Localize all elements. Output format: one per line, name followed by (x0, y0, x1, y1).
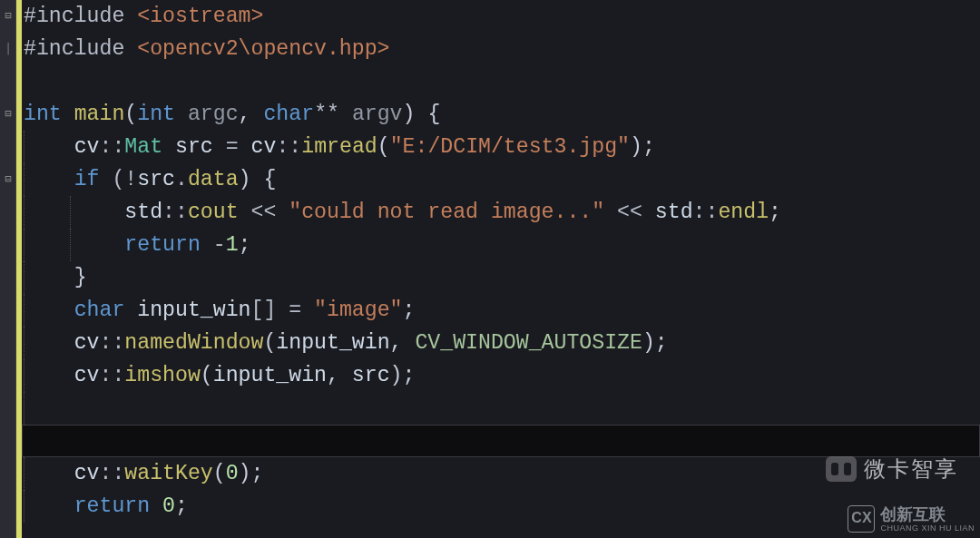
code-token: ( (263, 331, 276, 355)
code-token (150, 494, 162, 518)
cx-logo: CX (848, 505, 875, 533)
code-token: . (175, 168, 188, 191)
code-token: ( (201, 364, 213, 387)
fold-gutter[interactable]: ⊟│⊟⊟ (0, 0, 16, 538)
code-token: input_win (137, 298, 250, 322)
code-token: imshow (124, 364, 201, 387)
code-token: 0 (162, 494, 175, 518)
fold-toggle[interactable]: │ (3, 44, 14, 54)
code-line[interactable]: #include <opencv2\opencv.hpp> (22, 33, 980, 65)
code-token: char (74, 298, 125, 322)
code-line[interactable]: if (!src.data) { (22, 163, 980, 196)
code-token: :: (100, 364, 125, 387)
code-token: ( (213, 462, 226, 485)
code-token: cout (188, 201, 239, 224)
code-token: ; (175, 494, 188, 518)
code-token: ); (630, 135, 655, 159)
code-token: :: (100, 462, 125, 485)
code-token: 1 (226, 233, 239, 257)
code-token: Mat (124, 135, 162, 159)
code-token: std (124, 201, 162, 224)
code-token: input_win (276, 331, 389, 355)
code-token: waitKey (124, 462, 212, 485)
cx-watermark-sub: CHUANG XIN HU LIAN (880, 524, 975, 533)
code-token: endl (718, 201, 769, 224)
code-token: ( (377, 135, 390, 159)
code-token: 0 (226, 462, 239, 485)
code-line[interactable]: cv::Mat src = cv::imread("E:/DCIM/test3.… (22, 131, 980, 163)
code-token: int (137, 103, 175, 126)
code-token: [] = (251, 298, 315, 322)
code-token: int (24, 103, 62, 126)
code-token (62, 103, 74, 126)
code-token: data (188, 168, 239, 191)
code-token: CV_WINDOW_AUTOSIZE (415, 331, 642, 355)
code-token: cv (74, 364, 100, 387)
code-token: - (201, 233, 226, 257)
code-line[interactable] (22, 65, 980, 98)
code-token: return (74, 494, 151, 518)
code-token: ) { (239, 168, 277, 191)
code-token: ); (642, 331, 668, 355)
code-token: #include (24, 5, 137, 28)
code-token: ( (124, 103, 137, 126)
code-line[interactable]: #include <iostream> (22, 0, 980, 33)
code-token: :: (100, 135, 125, 159)
code-token: char (263, 103, 314, 126)
code-token: <iostream> (137, 5, 263, 28)
code-token: if (74, 168, 100, 191)
code-token: (! (100, 168, 138, 191)
code-token: src (352, 364, 390, 387)
code-token: :: (276, 135, 301, 159)
code-token: :: (100, 331, 125, 355)
code-token (162, 135, 175, 159)
code-token: cv (74, 135, 100, 159)
code-line[interactable]: std::cout << "could not read image..." <… (22, 196, 980, 229)
code-token (124, 298, 137, 322)
code-token: <opencv2\opencv.hpp> (137, 37, 389, 61)
wechat-watermark-text: 微卡智享 (864, 453, 958, 485)
code-line[interactable]: cv::imshow(input_win, src); (22, 359, 980, 392)
code-token: << (604, 201, 655, 224)
code-token: ** (314, 103, 352, 126)
code-token: std (655, 201, 693, 224)
code-line[interactable]: } (22, 261, 980, 294)
code-token: return (124, 233, 201, 257)
code-token: argv (352, 103, 403, 126)
code-token (175, 103, 188, 126)
code-token: } (74, 266, 87, 289)
code-token: , (390, 331, 416, 355)
code-token: main (74, 103, 125, 126)
code-token: = (213, 135, 251, 159)
code-token: src (175, 135, 213, 159)
wechat-watermark: 微卡智享 (826, 453, 958, 485)
code-token: #include (24, 37, 137, 61)
code-token: ; (402, 298, 415, 322)
code-line[interactable]: int main(int argc, char** argv) { (22, 98, 980, 131)
code-line[interactable]: return -1; (22, 229, 980, 261)
fold-toggle[interactable]: ⊟ (3, 109, 14, 120)
code-token: ) { (403, 103, 441, 126)
code-token: input_win (213, 364, 327, 387)
wechat-icon (826, 456, 857, 482)
code-token: , (239, 103, 264, 126)
code-token: "image" (314, 298, 402, 322)
code-token: "E:/DCIM/test3.jpg" (390, 135, 630, 159)
code-token: imread (301, 135, 377, 159)
code-line[interactable]: return 0; (22, 490, 980, 523)
cx-watermark-main: 创新互联 (880, 506, 975, 523)
code-token: ; (769, 201, 781, 224)
code-line[interactable]: char input_win[] = "image"; (22, 294, 980, 327)
code-token: namedWindow (124, 331, 263, 355)
code-token: argc (188, 103, 239, 126)
code-token: src (137, 168, 175, 191)
code-token: "could not read image..." (289, 201, 604, 224)
fold-toggle[interactable]: ⊟ (3, 174, 14, 185)
code-token: ); (239, 462, 264, 485)
code-token: cv (74, 331, 100, 355)
code-line[interactable] (22, 392, 980, 425)
code-token: ; (239, 233, 251, 257)
cx-watermark: CX 创新互联 CHUANG XIN HU LIAN (848, 505, 975, 533)
fold-toggle[interactable]: ⊟ (3, 11, 14, 22)
code-line[interactable]: cv::namedWindow(input_win, CV_WINDOW_AUT… (22, 327, 980, 359)
